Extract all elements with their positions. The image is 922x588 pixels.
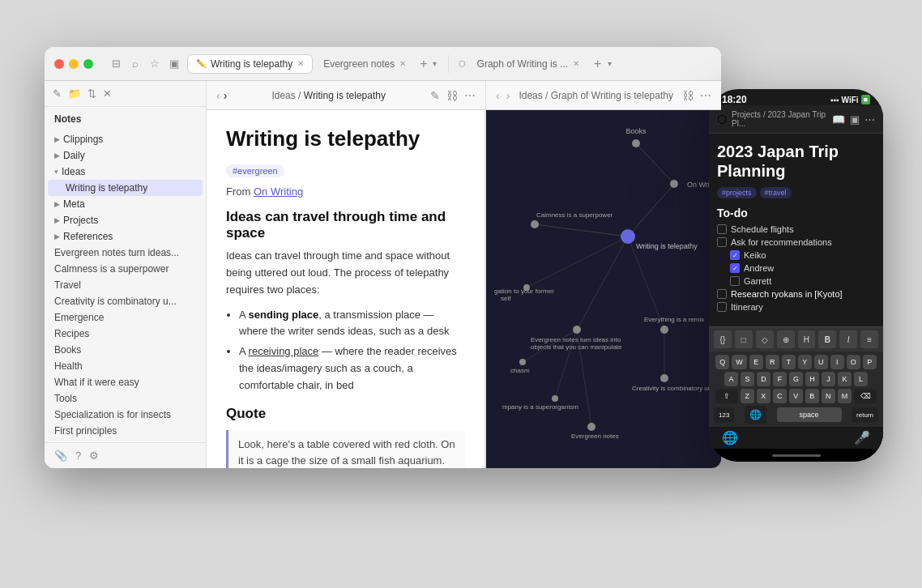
kb-tool-h[interactable]: H xyxy=(798,330,816,348)
new-tab-button-2[interactable]: + xyxy=(591,57,604,71)
sidebar-item-firstprinciples[interactable]: First principles xyxy=(45,423,206,439)
checkbox-flights[interactable] xyxy=(717,224,727,234)
forward-arrow-icon[interactable]: › xyxy=(224,89,228,102)
key-123[interactable]: 123 xyxy=(714,407,734,423)
link-icon[interactable]: ⛓ xyxy=(446,89,458,102)
key-o[interactable]: O xyxy=(847,355,860,369)
checkbox-garrett[interactable] xyxy=(730,276,740,286)
mic-icon[interactable]: 🎤 xyxy=(854,430,870,445)
book-icon[interactable]: 📖 xyxy=(832,113,845,126)
sidebar-item-creativity[interactable]: Creativity is combinatory u... xyxy=(45,293,206,309)
sidebar-item-recipes[interactable]: Recipes xyxy=(45,326,206,342)
key-m[interactable]: M xyxy=(838,389,852,403)
todo-item-andrew[interactable]: ✓ Andrew xyxy=(730,263,875,273)
checkbox-recommendations[interactable] xyxy=(717,237,727,247)
key-r[interactable]: R xyxy=(766,355,779,369)
key-w[interactable]: W xyxy=(732,355,747,369)
tab-writing[interactable]: ✏️ Writing is telepathy ✕ xyxy=(187,54,313,74)
todo-item-recommendations[interactable]: Ask for recommendations xyxy=(717,237,875,247)
key-k[interactable]: K xyxy=(838,372,852,386)
key-l[interactable]: L xyxy=(854,372,868,386)
kb-tool-curly[interactable]: {} xyxy=(714,330,732,348)
graph-link-icon[interactable]: ⛓ xyxy=(682,89,694,102)
kb-tool-tag[interactable]: ◇ xyxy=(756,330,774,348)
todo-label-ryokans[interactable]: Research ryokans in [Kyoto] xyxy=(731,289,843,299)
sidebar-item-whatif[interactable]: What if it were easy xyxy=(45,374,206,390)
sidebar-toggle-icon[interactable]: ⊟ xyxy=(109,58,122,70)
kb-tool-link[interactable]: ⊕ xyxy=(777,330,795,348)
help-icon[interactable]: ? xyxy=(75,450,81,462)
edit-icon[interactable]: ✎ xyxy=(430,89,440,102)
sidebar-item-clippings[interactable]: ▶ Clippings xyxy=(45,131,206,147)
key-delete[interactable]: ⌫ xyxy=(854,389,877,403)
sort-icon[interactable]: ⇅ xyxy=(88,87,96,100)
more-icon[interactable]: ⋯ xyxy=(464,89,476,102)
new-tab-button[interactable]: + xyxy=(416,57,430,71)
note-tag[interactable]: #evergreen xyxy=(226,164,284,177)
key-d[interactable]: D xyxy=(757,372,770,386)
sidebar-item-travel[interactable]: Travel xyxy=(45,277,206,293)
key-h[interactable]: H xyxy=(805,372,819,386)
star-icon[interactable]: ☆ xyxy=(148,58,161,70)
todo-item-garrett[interactable]: Garrett xyxy=(730,276,875,286)
key-emoji[interactable]: 🌐 xyxy=(745,406,766,424)
kb-tool-box[interactable]: □ xyxy=(735,330,753,348)
sidebar-item-projects[interactable]: ▶ Projects xyxy=(45,212,206,228)
key-i[interactable]: I xyxy=(830,355,844,369)
tab-chevron-icon[interactable]: ▾ xyxy=(433,59,437,68)
back-arrow-icon[interactable]: ‹ xyxy=(216,89,220,102)
kb-tool-list[interactable]: ≡ xyxy=(860,330,878,348)
sidebar-item-specialization[interactable]: Specialization is for insects xyxy=(45,407,206,423)
sidebar-item-daily[interactable]: ▶ Daily xyxy=(45,147,206,164)
tag-projects[interactable]: #projects xyxy=(717,187,757,198)
key-s[interactable]: S xyxy=(741,372,754,386)
search-icon[interactable]: ⌕ xyxy=(129,58,142,70)
key-q[interactable]: Q xyxy=(715,355,729,369)
key-n[interactable]: N xyxy=(822,389,835,403)
maximize-button[interactable] xyxy=(83,59,93,69)
checkbox-ryokans[interactable] xyxy=(717,289,727,299)
key-u[interactable]: U xyxy=(814,355,828,369)
new-note-icon[interactable]: ✎ xyxy=(53,87,62,100)
sidebar-item-meta[interactable]: ▶ Meta xyxy=(45,196,206,212)
more-dots-icon[interactable]: ⋯ xyxy=(864,113,875,126)
todo-item-itinerary[interactable]: Itinerary xyxy=(717,302,875,312)
graph-forward-icon[interactable]: › xyxy=(506,89,510,102)
key-y[interactable]: Y xyxy=(798,355,812,369)
attachment-icon[interactable]: 📎 xyxy=(54,450,67,462)
key-c[interactable]: C xyxy=(773,389,787,403)
checkbox-andrew[interactable]: ✓ xyxy=(730,263,740,273)
sidebar-item-writing-telepathy[interactable]: Writing is telepathy xyxy=(48,180,203,196)
key-t[interactable]: T xyxy=(782,355,796,369)
sidebar-item-evergreen[interactable]: Evergreen notes turn ideas... xyxy=(45,245,206,261)
sidebar-item-emergence[interactable]: Emergence xyxy=(45,309,206,326)
sidebar-item-health[interactable]: Health xyxy=(45,358,206,374)
key-x[interactable]: X xyxy=(757,389,770,403)
todo-item-ryokans[interactable]: Research ryokans in [Kyoto] xyxy=(717,289,875,299)
sidebar-item-ideas[interactable]: ▾ Ideas xyxy=(45,164,206,180)
minimize-button[interactable] xyxy=(69,59,79,69)
checkbox-itinerary[interactable] xyxy=(717,302,727,312)
key-return[interactable]: return xyxy=(852,407,878,423)
knowledge-graph[interactable]: Books On Writing Calmness is a superpowe… xyxy=(486,110,721,468)
key-p[interactable]: P xyxy=(863,355,877,369)
key-shift[interactable]: ⇧ xyxy=(715,389,738,403)
graph-back-icon[interactable]: ‹ xyxy=(496,89,500,102)
sidebar-close-icon[interactable]: ✕ xyxy=(103,87,112,100)
settings-icon[interactable]: ⚙ xyxy=(89,450,99,462)
tab-chevron-2[interactable]: ▾ xyxy=(608,59,612,68)
tab-evergreen[interactable]: Evergreen notes ✕ xyxy=(314,54,415,74)
close-button[interactable] xyxy=(54,59,64,69)
tab-graph-close[interactable]: ✕ xyxy=(573,59,579,68)
kb-tool-italic[interactable]: I xyxy=(839,330,857,348)
from-link-anchor[interactable]: On Writing xyxy=(254,185,303,198)
sidebar-item-references[interactable]: ▶ References xyxy=(45,228,206,245)
key-f[interactable]: F xyxy=(773,372,787,386)
sidebar-item-books[interactable]: Books xyxy=(45,342,206,358)
sidebar-item-tools[interactable]: Tools xyxy=(45,390,206,407)
todo-item-keiko[interactable]: ✓ Keiko xyxy=(730,250,875,260)
layout-icon[interactable]: ▣ xyxy=(850,113,860,126)
tab-evergreen-close[interactable]: ✕ xyxy=(399,59,406,68)
key-a[interactable]: A xyxy=(724,372,738,386)
kb-tool-bold[interactable]: B xyxy=(818,330,836,348)
